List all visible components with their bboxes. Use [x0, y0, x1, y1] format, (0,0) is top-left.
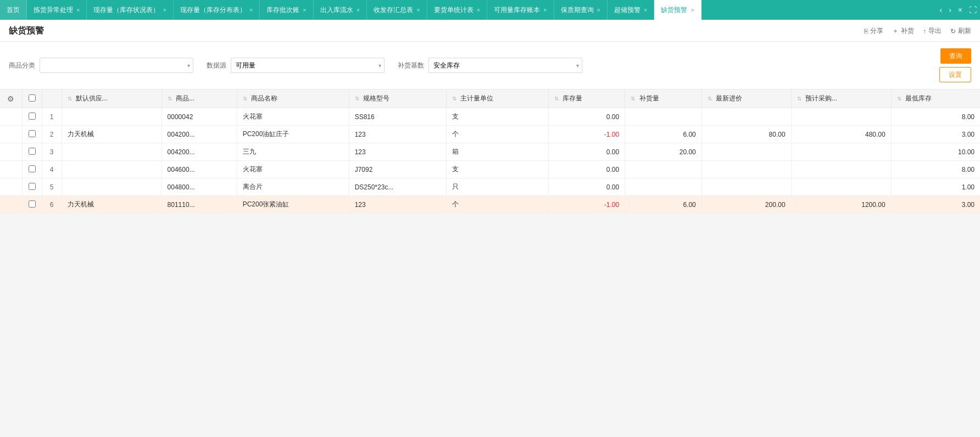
row-checkbox[interactable]	[29, 200, 36, 208]
td-checkbox	[22, 161, 42, 178]
query-button[interactable]: 查询	[940, 48, 971, 64]
td-est-purchase: 480.00	[791, 126, 891, 143]
tab-expiry-close[interactable]: ×	[597, 7, 600, 13]
td-replenish	[625, 108, 702, 126]
min-stock-sort-icon: ⇅	[897, 96, 901, 102]
tab-overstock-close[interactable]: ×	[644, 7, 647, 13]
td-est-purchase	[791, 178, 891, 196]
tab-prev-button[interactable]: ‹	[936, 0, 945, 20]
tab-fullscreen-button[interactable]: ⛶	[966, 0, 980, 20]
replenish-button[interactable]: ＋ 补货	[892, 26, 914, 36]
td-num: 5	[42, 178, 62, 196]
td-stock: -1.00	[548, 196, 625, 214]
td-product-name: PC200油缸庄子	[237, 126, 349, 143]
filter-actions: 查询 设置	[939, 48, 971, 82]
category-select-wrap: ▾	[40, 58, 193, 73]
td-est-purchase	[791, 108, 891, 126]
settings-button[interactable]: 设置	[939, 67, 971, 82]
td-latest-price: 80.00	[701, 126, 791, 143]
table-row: 6 力天机械 801110... PC200张紧油缸 123 个 -1.00 6…	[0, 196, 980, 214]
th-unit[interactable]: ⇅ 主计量单位	[446, 89, 548, 108]
td-checkbox	[22, 178, 42, 196]
row-checkbox[interactable]	[29, 183, 36, 190]
td-product-code: 004200...	[162, 143, 237, 161]
th-spec-label: 规格型号	[363, 94, 389, 102]
th-min-stock[interactable]: ⇅ 最低库存	[891, 89, 980, 108]
select-all-checkbox[interactable]	[29, 94, 36, 102]
td-unit: 个	[446, 196, 548, 214]
tab-stock-dist-close[interactable]: ×	[249, 7, 253, 13]
refresh-icon: ↻	[950, 27, 956, 35]
category-select[interactable]	[40, 58, 193, 73]
th-num	[42, 89, 62, 108]
tab-home[interactable]: 首页	[0, 0, 27, 20]
th-est-purchase[interactable]: ⇅ 预计采购...	[791, 89, 891, 108]
tab-shortage-close[interactable]: ×	[691, 7, 694, 13]
td-checkbox	[22, 143, 42, 161]
td-replenish	[625, 178, 702, 196]
tab-require-close[interactable]: ×	[477, 7, 480, 13]
th-spec[interactable]: ⇅ 规格型号	[349, 89, 446, 108]
tab-collect-label: 收发存汇总表	[374, 5, 413, 15]
refresh-button[interactable]: ↻ 刷新	[950, 26, 971, 36]
td-num: 3	[42, 143, 62, 161]
th-product-code[interactable]: ⇅ 商品...	[162, 89, 237, 108]
tab-available-close[interactable]: ×	[543, 7, 547, 13]
tab-available[interactable]: 可用量库存账本 ×	[487, 0, 554, 20]
filter-bar: 商品分类 ▾ 数据源 可用量 库存量 ▾ 补货基数 安全库	[0, 42, 980, 89]
tab-overstock[interactable]: 超储预警 ×	[608, 0, 654, 20]
tab-next-button[interactable]: ›	[945, 0, 955, 20]
tab-shortage[interactable]: 缺货预警 ×	[654, 0, 701, 20]
table-wrap: ⚙ ⇅ 默认供应... ⇅ 商品... ⇅	[0, 89, 980, 214]
tab-stock-status-close[interactable]: ×	[163, 7, 166, 13]
share-icon: ⎘	[864, 27, 868, 35]
row-checkbox[interactable]	[29, 165, 36, 172]
row-checkbox[interactable]	[29, 148, 36, 155]
tab-exception[interactable]: 拣货异常处理 ×	[27, 0, 87, 20]
est-purchase-sort-icon: ⇅	[797, 96, 801, 102]
stock-sort-icon: ⇅	[554, 96, 559, 102]
tab-exception-close[interactable]: ×	[76, 7, 80, 13]
tab-inout-close[interactable]: ×	[357, 7, 360, 13]
td-unit: 个	[446, 126, 548, 143]
tab-require[interactable]: 要货单统计表 ×	[427, 0, 487, 20]
replenish-base-select[interactable]: 安全库存 最低库存	[428, 58, 582, 73]
tab-collect-close[interactable]: ×	[416, 7, 420, 13]
th-product-name[interactable]: ⇅ 商品名称	[237, 89, 349, 108]
tab-nav-buttons: ‹ › × ⛶	[936, 0, 980, 20]
td-replenish	[625, 161, 702, 178]
tab-batch[interactable]: 库存批次账 ×	[260, 0, 313, 20]
th-latest-price[interactable]: ⇅ 最新进价	[701, 89, 791, 108]
td-product-name: 火花塞	[237, 108, 349, 126]
replenish-base-label: 补货基数	[398, 61, 424, 70]
share-label: 分享	[870, 26, 883, 36]
tab-close-all-button[interactable]: ×	[955, 0, 966, 20]
tab-batch-label: 库存批次账	[266, 5, 299, 15]
share-button[interactable]: ⎘ 分享	[864, 26, 883, 36]
td-supplier: 力天机械	[62, 126, 162, 143]
td-replenish: 20.00	[625, 143, 702, 161]
table-row: 5 004800... 离合片 DS250*23c... 只 0.00 1.00	[0, 178, 980, 196]
table-body: 1 0000042 火花塞 SS816 支 0.00 8.00 2 力天机械 0…	[0, 108, 980, 214]
th-stock[interactable]: ⇅ 库存量	[548, 89, 625, 108]
tab-inout[interactable]: 出入库流水 ×	[314, 0, 367, 20]
th-gear: ⚙	[0, 89, 22, 108]
tab-exception-label: 拣货异常处理	[34, 5, 73, 15]
td-spec: J7092	[349, 161, 446, 178]
tab-stock-status[interactable]: 现存量（库存状况表） ×	[87, 0, 173, 20]
table-row: 2 力天机械 004200... PC200油缸庄子 123 个 -1.00 6…	[0, 126, 980, 143]
td-latest-price	[701, 143, 791, 161]
td-stock: -1.00	[548, 126, 625, 143]
tab-expiry[interactable]: 保质期查询 ×	[554, 0, 608, 20]
row-checkbox[interactable]	[29, 130, 36, 137]
tab-collect[interactable]: 收发存汇总表 ×	[367, 0, 427, 20]
tab-batch-close[interactable]: ×	[303, 7, 306, 13]
column-settings-button[interactable]: ⚙	[7, 94, 14, 103]
th-replenish[interactable]: ⇅ 补货量	[625, 89, 702, 108]
export-button[interactable]: ↑ 导出	[923, 26, 942, 36]
tab-stock-dist[interactable]: 现存量（库存分布表） ×	[174, 0, 260, 20]
datasource-select[interactable]: 可用量 库存量	[231, 58, 385, 73]
row-checkbox[interactable]	[29, 113, 36, 120]
th-supplier[interactable]: ⇅ 默认供应...	[62, 89, 162, 108]
td-min-stock: 3.00	[891, 196, 980, 214]
